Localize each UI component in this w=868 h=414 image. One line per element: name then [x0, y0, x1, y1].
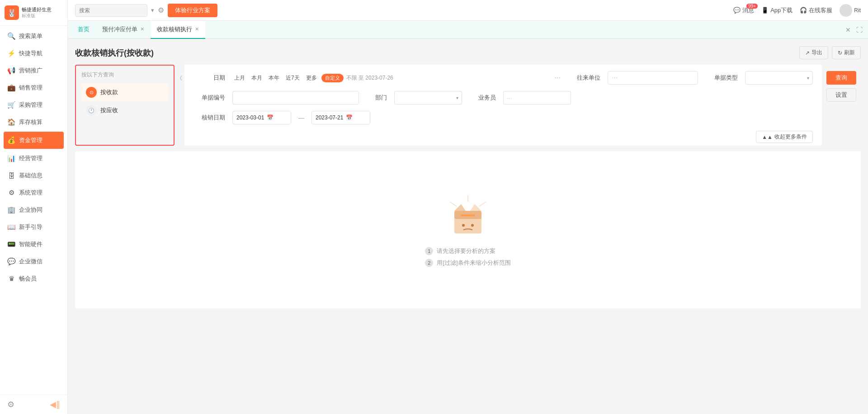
management-icon: 📊	[7, 154, 15, 162]
sidebar-item-basic-info[interactable]: 🗄 基础信息	[0, 167, 67, 184]
maximize-tab-button[interactable]: ⛶	[854, 24, 864, 35]
tab-receipt-close-icon[interactable]: ✕	[195, 26, 199, 32]
basic-info-icon: 🗄	[7, 172, 15, 180]
doc-type-select-wrapper	[745, 71, 813, 85]
notification-count: 99+	[746, 4, 758, 9]
verify-date-end[interactable]: 2023-07-21 📅	[311, 111, 370, 124]
dept-label: 部门	[366, 94, 387, 102]
doc-type-select[interactable]	[745, 71, 813, 85]
date-last-month[interactable]: 上月	[232, 73, 247, 83]
tabbar: 首页 预付冲应付单 ✕ 收款核销执行 ✕ ✕ ⛶	[68, 21, 868, 39]
collapse-sidebar-icon[interactable]: ◀‖	[50, 400, 60, 409]
sidebar-item-label: 企业协同	[19, 206, 42, 214]
tab-receipt-label: 收款核销执行	[157, 25, 192, 33]
gear-icon[interactable]: ⚙	[158, 6, 164, 14]
date-this-month[interactable]: 本月	[250, 73, 264, 83]
app-download-button[interactable]: 📱 App下载	[761, 6, 793, 14]
dept-select[interactable]	[394, 91, 462, 105]
staff-field[interactable]: ···	[503, 91, 571, 105]
sidebar-item-label: 销售管理	[19, 84, 42, 92]
sidebar-item-label: 营销推广	[19, 67, 42, 75]
sidebar-item-label: 采购管理	[19, 101, 42, 109]
headset-icon: 🎧	[800, 7, 807, 14]
finance-icon: 💰	[7, 136, 15, 144]
topbar-left: ▾ ⚙ 体验行业方案	[75, 4, 728, 17]
sidebar-item-quick-nav[interactable]: ⚡ 快捷导航	[0, 45, 67, 62]
chevron-down-icon[interactable]: ▾	[151, 7, 154, 14]
sidebar-item-enterprise[interactable]: 🏢 企业协同	[0, 201, 67, 219]
empty-tip-1: 1 请先选择要分析的方案	[425, 247, 510, 255]
setting-button[interactable]: 设置	[826, 88, 856, 102]
svg-point-3	[462, 224, 465, 227]
verify-date-end-value: 2023-07-21	[316, 114, 343, 121]
collapse-conditions-button[interactable]: ▲▲ 收起更多条件	[756, 131, 813, 143]
app-badge: 标准版	[22, 13, 52, 19]
refresh-button[interactable]: ↻ 刷新	[832, 46, 861, 59]
calendar-end-icon[interactable]: 📅	[346, 114, 353, 121]
sidebar-item-system[interactable]: ⚙ 系统管理	[0, 184, 67, 201]
export-button[interactable]: ↗ 导出	[799, 46, 828, 59]
industry-solution-button[interactable]: 体验行业方案	[168, 4, 217, 17]
tab-prepay-close-icon[interactable]: ✕	[140, 26, 144, 32]
collapse-filter-button[interactable]: 《	[175, 65, 184, 92]
settings-icon[interactable]: ⚙	[7, 400, 14, 409]
date-this-year[interactable]: 本年	[267, 73, 281, 83]
sidebar-item-search[interactable]: 🔍 搜索菜单	[0, 28, 67, 45]
export-icon: ↗	[805, 50, 810, 56]
filter-by-receivable-label: 按应收	[100, 106, 118, 114]
tab-prepay[interactable]: 预付冲应付单 ✕	[96, 21, 151, 39]
sidebar-item-management[interactable]: 📊 经营管理	[0, 150, 67, 167]
counterpart-label: 往来单位	[568, 74, 600, 82]
filter-by-receipt[interactable]: ⊙ 按收款	[81, 83, 168, 101]
topbar-right: 💬 消息 99+ 📱 App下载 🎧 在线客服 Rit	[733, 4, 861, 17]
notification-button[interactable]: 💬 消息 99+	[733, 6, 754, 14]
filter-by-receivable[interactable]: 🕐 按应收	[81, 101, 168, 119]
sidebar-item-marketing[interactable]: 📢 营销推广	[0, 62, 67, 79]
tab-receipt[interactable]: 收款核销执行 ✕	[151, 21, 205, 39]
tab-home[interactable]: 首页	[71, 21, 96, 39]
guide-icon: 📖	[7, 223, 15, 231]
search-input[interactable]	[75, 4, 147, 17]
customer-service-button[interactable]: 🎧 在线客服	[800, 6, 832, 14]
content-area: 收款核销执行(按收款) ↗ 导出 ↻ 刷新 按以下方查询 ⊙ 按收款	[68, 39, 868, 414]
counterpart-field[interactable]: ···	[608, 71, 698, 85]
sidebar-item-member[interactable]: ♛ 畅会员	[0, 270, 67, 287]
doc-no-input[interactable]	[232, 91, 359, 105]
date-custom-tag[interactable]: 自定义	[321, 74, 344, 82]
close-tab-button[interactable]: ✕	[844, 24, 853, 35]
tip-num-1: 1	[425, 247, 433, 255]
sidebar-item-wechat[interactable]: 💬 企业微信	[0, 253, 67, 270]
sidebar: 🐰 畅捷通好生意 标准版 🔍 搜索菜单 ⚡ 快捷导航 📢 营销推广 💼 销售管理…	[0, 0, 68, 414]
verify-date-start[interactable]: 2023-03-01 📅	[232, 111, 291, 124]
system-icon: ⚙	[7, 189, 15, 197]
staff-label: 业务员	[469, 94, 496, 102]
wechat-icon: 💬	[7, 257, 15, 266]
sidebar-item-label: 畅会员	[19, 275, 37, 283]
calendar-start-icon[interactable]: 📅	[267, 114, 274, 121]
empty-tips: 1 请先选择要分析的方案 2 用[过滤]条件来缩小分析范围	[425, 247, 510, 267]
logo-area: 🐰 畅捷通好生意 标准版	[0, 0, 67, 26]
page-header: 收款核销执行(按收款) ↗ 导出 ↻ 刷新	[75, 46, 861, 59]
page-title: 收款核销执行(按收款)	[75, 48, 154, 58]
verify-date-label: 核销日期	[193, 114, 225, 122]
sidebar-bottom: ⚙ ◀‖	[0, 395, 67, 414]
purchase-icon: 🛒	[7, 101, 15, 109]
date-shortcuts: 上月 本月 本年 近7天 更多 自定义 不限 至 2023-07-26	[232, 73, 547, 83]
date-last-7-days[interactable]: 近7天	[284, 73, 302, 83]
empty-svg	[441, 193, 495, 238]
sidebar-item-hardware[interactable]: 📟 智能硬件	[0, 236, 67, 253]
sidebar-item-sales[interactable]: 💼 销售管理	[0, 79, 67, 96]
sidebar-item-label: 库存核算	[19, 118, 42, 126]
sidebar-item-purchase[interactable]: 🛒 采购管理	[0, 96, 67, 114]
doc-no-label: 单据编号	[193, 94, 225, 102]
customer-service-label: 在线客服	[809, 6, 832, 14]
query-button[interactable]: 查询	[826, 71, 856, 85]
sidebar-item-guide[interactable]: 📖 新手引导	[0, 219, 67, 236]
sidebar-item-inventory[interactable]: 🏠 库存核算	[0, 114, 67, 131]
filter-left-title: 按以下方查询	[81, 71, 168, 79]
counterpart-dots[interactable]: ···	[555, 74, 561, 82]
sidebar-item-finance[interactable]: 💰 资金管理	[4, 132, 64, 149]
user-profile[interactable]: Rit	[840, 4, 861, 17]
date-more[interactable]: 更多	[304, 73, 319, 83]
sidebar-item-label: 系统管理	[19, 189, 42, 197]
